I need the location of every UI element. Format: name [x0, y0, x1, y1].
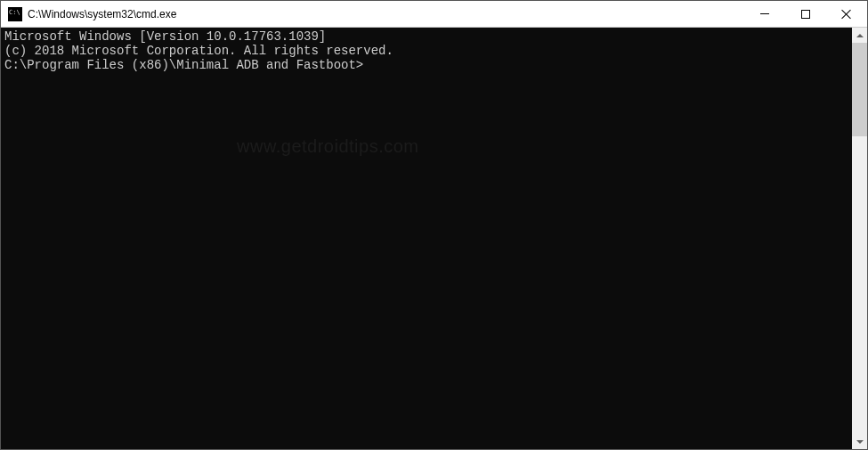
minimize-icon	[760, 13, 769, 14]
scrollbar-track[interactable]	[852, 43, 867, 434]
console-area[interactable]: Microsoft Windows [Version 10.0.17763.10…	[1, 28, 852, 449]
window-controls	[744, 1, 867, 27]
close-button[interactable]	[826, 1, 867, 27]
cmd-window: C:\Windows\system32\cmd.exe Microsoft Wi…	[0, 0, 868, 450]
close-icon	[841, 9, 852, 20]
titlebar[interactable]: C:\Windows\system32\cmd.exe	[1, 1, 867, 28]
scrollbar-thumb[interactable]	[852, 43, 867, 136]
console-wrapper: Microsoft Windows [Version 10.0.17763.10…	[1, 28, 867, 449]
minimize-button[interactable]	[744, 1, 785, 27]
scrollbar-up-button[interactable]	[852, 28, 867, 43]
scrollbar-down-button[interactable]	[852, 434, 867, 449]
maximize-icon	[801, 10, 810, 19]
console-line: Microsoft Windows [Version 10.0.17763.10…	[4, 29, 848, 44]
maximize-button[interactable]	[785, 1, 826, 27]
vertical-scrollbar[interactable]	[852, 28, 867, 449]
console-line: (c) 2018 Microsoft Corporation. All righ…	[4, 44, 848, 58]
chevron-up-icon	[856, 34, 864, 37]
chevron-down-icon	[856, 440, 864, 444]
watermark-text: www.getdroidtips.com	[237, 139, 419, 153]
console-prompt: C:\Program Files (x86)\Minimal ADB and F…	[4, 58, 848, 72]
cmd-icon	[8, 7, 22, 21]
window-title: C:\Windows\system32\cmd.exe	[28, 8, 744, 20]
